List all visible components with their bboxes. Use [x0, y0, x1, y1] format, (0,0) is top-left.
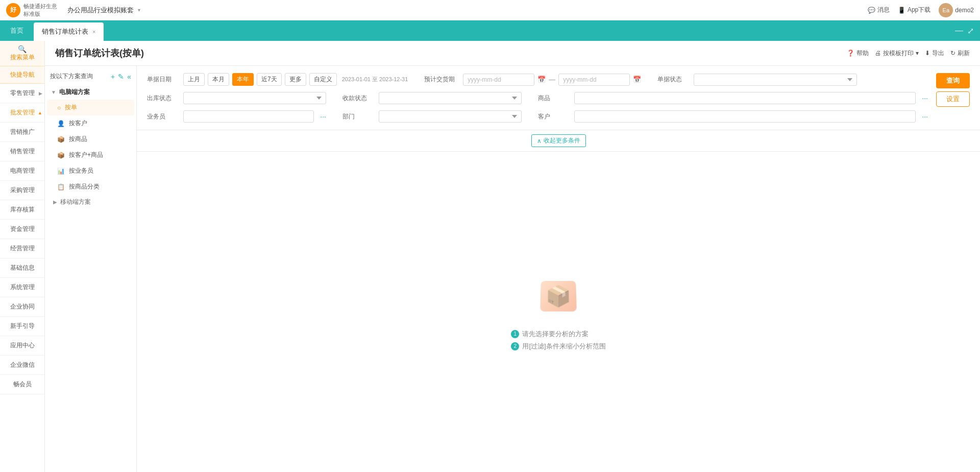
date-btn-this-year[interactable]: 本年 — [232, 73, 254, 86]
date-btn-more[interactable]: 更多 — [285, 73, 306, 86]
sidebar-quick-nav[interactable]: 快捷导航 — [0, 66, 44, 84]
template-print-button[interactable]: 🖨 按模板打印 ▾ — [875, 49, 919, 58]
customer-section: ··· — [574, 110, 928, 123]
wholesale-arrow: ▲ — [38, 110, 42, 115]
date-btn-last-month[interactable]: 上月 — [183, 73, 205, 86]
goods-dots[interactable]: ··· — [922, 94, 928, 102]
edit-scheme-icon[interactable]: ✎ — [118, 73, 124, 81]
customer-dots[interactable]: ··· — [922, 112, 928, 121]
retail-label: 零售管理 — [10, 89, 35, 98]
sidebar-item-inventory[interactable]: 库存核算 — [0, 200, 44, 220]
export-button[interactable]: ⬇ 导出 — [925, 49, 944, 58]
main-layout: 🔍 搜索菜单 快捷导航 零售管理 ▶ 批发管理 ▲ 营销推广 销售管理 电商管理… — [0, 41, 980, 472]
scheme-group-mobile[interactable]: ▶ 移动端方案 — [45, 195, 136, 209]
expected-date-start[interactable] — [463, 74, 534, 86]
add-scheme-icon[interactable]: + — [111, 73, 115, 81]
scheme-group-header-pc[interactable]: ▼ 电脑端方案 — [47, 85, 134, 100]
sidebar-item-sales[interactable]: 销售管理 — [0, 142, 44, 161]
sidebar-item-wholesale[interactable]: 批发管理 ▲ — [0, 103, 44, 123]
export-icon: ⬇ — [925, 50, 930, 57]
sidebar-item-enterprise[interactable]: 企业协同 — [0, 297, 44, 317]
sidebar-search[interactable]: 🔍 搜索菜单 — [0, 41, 44, 66]
help-button[interactable]: ❓ 帮助 — [847, 49, 869, 58]
tab-maximize-btn[interactable]: ⤢ — [967, 26, 974, 36]
out-status-select[interactable] — [183, 92, 326, 104]
avatar: Ea — [939, 3, 953, 17]
page-header: 销售订单统计表(按单) ❓ 帮助 🖨 按模板打印 ▾ ⬇ 导出 ↻ 刷新 — [45, 41, 980, 66]
scheme-item-customer[interactable]: 👤 按客户 — [47, 115, 134, 131]
settings-button[interactable]: 设置 — [936, 91, 970, 107]
scheme-icon-order: ○ — [57, 104, 61, 111]
receipt-status-select[interactable] — [379, 92, 522, 104]
collapse-button[interactable]: ∧ 收起更多条件 — [531, 134, 586, 147]
message-icon: 💬 — [868, 7, 875, 14]
message-button[interactable]: 💬 消息 — [868, 6, 890, 14]
scheme-item-salesperson[interactable]: 📊 按业务员 — [47, 163, 134, 179]
retail-arrow: ▶ — [39, 91, 42, 96]
two-panel: 按以下方案查询 + ✎ « ▼ 电脑端方案 ○ 按单 — [45, 66, 980, 472]
sidebar-item-system[interactable]: 系统管理 — [0, 278, 44, 297]
top-bar-right: 💬 消息 📱 App下载 Ea demo2 — [868, 3, 974, 17]
filter-row-people: 业务员 ··· 部门 客户 — [147, 110, 928, 123]
refresh-button[interactable]: ↻ 刷新 — [950, 49, 970, 58]
collapse-icon: ∧ — [537, 137, 542, 145]
bill-status-select[interactable] — [694, 74, 857, 86]
customer-input[interactable] — [574, 110, 916, 123]
filter-row-date: 单据日期 上月 本月 本年 近7天 更多 自定义 2023-01-01 至 20… — [147, 73, 928, 86]
tab-minimize-btn[interactable]: — — [955, 26, 963, 35]
expected-date-end[interactable] — [558, 74, 630, 86]
sidebar-item-app-center[interactable]: 应用中心 — [0, 336, 44, 356]
sidebar-item-purchase[interactable]: 采购管理 — [0, 181, 44, 200]
scheme-item-goods-category[interactable]: 📋 按商品分类 — [47, 179, 134, 195]
app-download-button[interactable]: 📱 App下载 — [898, 6, 930, 14]
empty-tip-1: 1 请先选择要分析的方案 — [511, 329, 605, 339]
top-bar-left: 好 畅捷通好生意 标准版 办公用品行业模拟账套 ▾ — [6, 3, 140, 17]
sidebar-item-member[interactable]: 畅会员 — [0, 375, 44, 394]
page-actions: ❓ 帮助 🖨 按模板打印 ▾ ⬇ 导出 ↻ 刷新 — [847, 49, 970, 58]
date-btn-this-month[interactable]: 本月 — [208, 73, 229, 86]
bill-status-section — [694, 74, 928, 86]
group-arrow-pc: ▼ — [51, 89, 56, 95]
date-btn-custom[interactable]: 自定义 — [309, 73, 337, 86]
date-btn-7days[interactable]: 近7天 — [257, 73, 282, 86]
collapse-panel-icon[interactable]: « — [127, 73, 131, 81]
sidebar-item-operations[interactable]: 经营管理 — [0, 239, 44, 258]
customer-label: 客户 — [538, 112, 566, 121]
sidebar-item-finance[interactable]: 资金管理 — [0, 220, 44, 239]
calendar-icon-start: 📅 — [537, 76, 546, 83]
sidebar-item-marketing[interactable]: 营销推广 — [0, 123, 44, 142]
empty-tips: 1 请先选择要分析的方案 2 用[过滤]条件来缩小分析范围 — [511, 329, 605, 354]
salesperson-label: 业务员 — [147, 112, 175, 121]
scheme-item-order[interactable]: ○ 按单 — [47, 100, 134, 115]
scheme-item-customer-goods[interactable]: 📦 按客户+商品 — [47, 147, 134, 163]
sidebar-item-wechat[interactable]: 企业微信 — [0, 356, 44, 375]
department-select[interactable] — [379, 110, 522, 123]
right-panel: 单据日期 上月 本月 本年 近7天 更多 自定义 2023-01-01 至 20… — [137, 66, 980, 472]
bill-status-label: 单据状态 — [657, 75, 685, 84]
goods-input[interactable] — [574, 92, 916, 104]
tab-bar: 首页 销售订单统计表 × — ⤢ — [0, 20, 980, 41]
salesperson-dots[interactable]: ··· — [320, 112, 326, 121]
tab-home[interactable]: 首页 — [0, 20, 34, 41]
tab-close-icon[interactable]: × — [92, 29, 95, 35]
salesperson-input[interactable] — [183, 110, 314, 123]
wholesale-label: 批发管理 — [10, 108, 35, 117]
sidebar-item-ecommerce[interactable]: 电商管理 — [0, 161, 44, 181]
app-dropdown-arrow[interactable]: ▾ — [138, 7, 140, 13]
tab-active[interactable]: 销售订单统计表 × — [34, 22, 104, 41]
query-button[interactable]: 查询 — [936, 73, 970, 88]
user-menu[interactable]: Ea demo2 — [939, 3, 974, 17]
sidebar-item-basic-info[interactable]: 基础信息 — [0, 258, 44, 278]
logo-text: 畅捷通好生意 标准版 — [23, 3, 57, 17]
empty-tip-2: 2 用[过滤]条件来缩小分析范围 — [511, 342, 605, 351]
collapse-bar: ∧ 收起更多条件 — [137, 130, 980, 152]
scheme-item-goods[interactable]: 📦 按商品 — [47, 131, 134, 147]
receipt-status-section — [379, 92, 522, 104]
sidebar-item-newbie[interactable]: 新手引导 — [0, 317, 44, 336]
date-label: 单据日期 — [147, 75, 175, 84]
expected-date-group: 📅 — 📅 — [463, 74, 641, 86]
sidebar: 🔍 搜索菜单 快捷导航 零售管理 ▶ 批发管理 ▲ 营销推广 销售管理 电商管理… — [0, 41, 45, 472]
sidebar-item-retail[interactable]: 零售管理 ▶ — [0, 84, 44, 103]
department-section — [379, 110, 522, 123]
print-dropdown-arrow: ▾ — [916, 50, 919, 57]
